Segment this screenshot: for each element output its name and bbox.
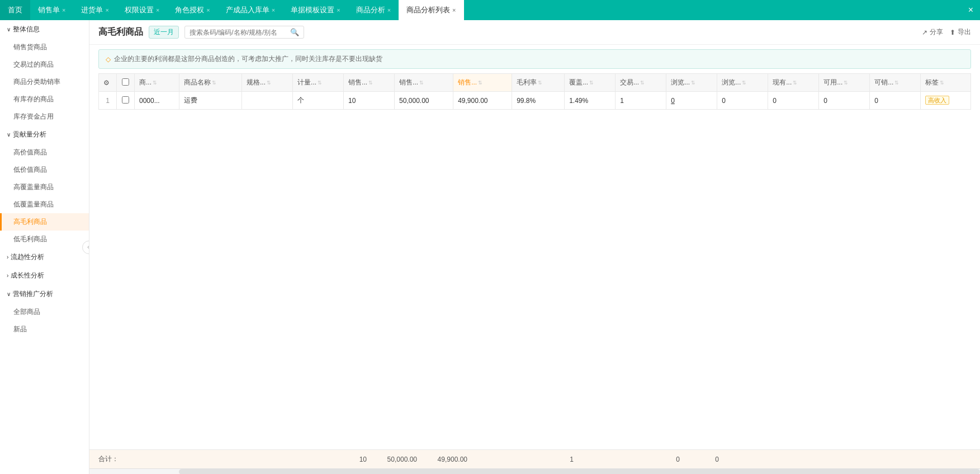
nav-product-analysis-list-close[interactable]: × (452, 7, 456, 13)
select-all-checkbox[interactable] (122, 78, 129, 86)
nav-roles-close[interactable]: × (206, 7, 210, 13)
tag-badge: 高收入 (925, 96, 949, 105)
sort-icon-name: ⇅ (212, 80, 216, 86)
col-sellable[interactable]: 可销... ⇅ (870, 74, 921, 92)
col-gross-rate[interactable]: 毛利率 ⇅ (512, 74, 565, 92)
nav-product-analysis[interactable]: 商品分析 × (348, 0, 399, 20)
sidebar-group-growth[interactable]: › 成长性分析 (0, 266, 89, 285)
col-sale2[interactable]: 销售... ⇅ (395, 74, 453, 92)
nav-product-analysis-close[interactable]: × (387, 7, 391, 13)
cell-tag: 高收入 (921, 92, 971, 110)
nav-sales[interactable]: 销售单 × (30, 0, 73, 20)
sidebar-group-flow[interactable]: › 流趋性分析 (0, 248, 89, 266)
sidebar-item-category-rate[interactable]: 商品分类助销率 (0, 73, 89, 91)
col-trade[interactable]: 交易... ⇅ (616, 74, 666, 92)
col-cover[interactable]: 覆盖... ⇅ (565, 74, 616, 92)
nav-permissions-close[interactable]: × (156, 7, 159, 13)
horizontal-scrollbar[interactable] (89, 468, 980, 474)
sidebar-group-overall[interactable]: ∨ 整体信息 (0, 20, 89, 39)
sidebar-group-contribution[interactable]: ∨ 贡献量分析 (0, 125, 89, 144)
cell-sale2: 50,000.00 (395, 92, 453, 110)
sidebar-item-sales-goods[interactable]: 销售货商品 (0, 39, 89, 56)
cell-sale1: 10 (344, 92, 395, 110)
page-title: 高毛利商品 (98, 26, 143, 38)
cell-cover: 1.49% (565, 92, 616, 110)
nav-finished-goods-close[interactable]: × (272, 7, 275, 13)
export-btn[interactable]: ⬆ 导出 (950, 27, 971, 37)
col-spec[interactable]: 规格... ⇅ (242, 74, 293, 92)
col-unit[interactable]: 计量... ⇅ (293, 74, 344, 92)
search-icon[interactable]: 🔍 (290, 28, 299, 36)
footer-sale1: 10 (333, 456, 367, 463)
nav-product-analysis-list[interactable]: 商品分析列表 × (399, 0, 463, 20)
col-browse1[interactable]: 浏览... ⇅ (666, 74, 717, 92)
col-checkbox[interactable] (117, 74, 135, 92)
arrow-icon-contribution: ∨ (7, 132, 11, 138)
col-code[interactable]: 商... ⇅ (135, 74, 179, 92)
filter-recent-month-btn[interactable]: 近一月 (149, 26, 179, 39)
col-browse2[interactable]: 浏览... ⇅ (717, 74, 768, 92)
cell-current: 0 (768, 92, 819, 110)
search-input[interactable] (190, 29, 290, 36)
scrollbar-thumb[interactable] (179, 469, 980, 474)
nav-purchase[interactable]: 进货单 × (73, 0, 116, 20)
info-text: 企业的主要的利润都是这部分商品创造的，可考虑加大推广，同时关注库存是不要出现缺货 (114, 54, 382, 64)
sort-icon-cover: ⇅ (589, 80, 594, 86)
cell-row-num: 1 (99, 92, 117, 110)
sort-icon-spec: ⇅ (267, 80, 271, 86)
cell-sellable: 0 (870, 92, 921, 110)
sidebar: « ∨ 整体信息 销售货商品 交易过的商品 商品分类助销率 有库存的商品 库存资… (0, 20, 89, 474)
cell-checkbox[interactable] (117, 92, 135, 110)
col-sale1[interactable]: 销售... ⇅ (344, 74, 395, 92)
sort-icon-code: ⇅ (153, 80, 157, 86)
sidebar-item-low-value[interactable]: 低价值商品 (0, 161, 89, 179)
sidebar-item-low-coverage[interactable]: 低覆盖量商品 (0, 196, 89, 213)
sidebar-item-stock-capital[interactable]: 库存资金占用 (0, 108, 89, 125)
sidebar-item-in-stock[interactable]: 有库存的商品 (0, 91, 89, 108)
sort-icon-trade: ⇅ (640, 80, 645, 86)
content-header: 高毛利商品 近一月 🔍 ↗ 分享 ⬆ 导出 (89, 20, 980, 45)
row-checkbox[interactable] (122, 96, 129, 104)
sidebar-group-marketing[interactable]: ∨ 营销推广分析 (0, 285, 89, 303)
nav-purchase-close[interactable]: × (105, 7, 108, 13)
sidebar-item-high-margin[interactable]: 高毛利商品 (0, 213, 89, 231)
sort-icon-tag: ⇅ (940, 80, 944, 86)
sidebar-item-all-goods[interactable]: 全部商品 (0, 303, 89, 321)
sort-icon-available: ⇅ (844, 80, 848, 86)
sidebar-item-high-coverage[interactable]: 高覆盖量商品 (0, 179, 89, 196)
nav-finished-goods[interactable]: 产成品入库单 × (218, 0, 283, 20)
cell-available: 0 (819, 92, 870, 110)
col-tag[interactable]: 标签 ⇅ (921, 74, 971, 92)
table-footer: 合计： 10 50,000.00 49,900.00 1 0 0 (89, 449, 980, 468)
nav-template[interactable]: 单据模板设置 × (283, 0, 348, 20)
footer-label: 合计： (98, 454, 119, 464)
footer-sale2: 50,000.00 (372, 456, 417, 463)
cell-name: 运费 (179, 92, 242, 110)
nav-sales-close[interactable]: × (62, 7, 65, 13)
share-icon: ↗ (922, 29, 927, 36)
arrow-icon-overall: ∨ (7, 26, 11, 32)
share-btn[interactable]: ↗ 分享 (922, 27, 943, 37)
sidebar-item-new-goods[interactable]: 新品 (0, 321, 89, 338)
col-settings[interactable]: ⚙ (99, 74, 117, 92)
top-navigation: 首页 销售单 × 进货单 × 权限设置 × 角色授权 × 产成品入库单 × 单据… (0, 0, 980, 20)
sort-icon-unit: ⇅ (318, 80, 322, 86)
sidebar-item-high-value[interactable]: 高价值商品 (0, 144, 89, 161)
col-available[interactable]: 可用... ⇅ (819, 74, 870, 92)
footer-trade: 1 (540, 456, 574, 463)
sidebar-item-traded-goods[interactable]: 交易过的商品 (0, 56, 89, 73)
nav-home[interactable]: 首页 (0, 0, 30, 20)
nav-roles[interactable]: 角色授权 × (167, 0, 217, 20)
close-all-tabs[interactable]: × (962, 5, 980, 15)
settings-icon: ⚙ (103, 79, 110, 87)
nav-template-close[interactable]: × (337, 7, 340, 13)
col-current[interactable]: 现有... ⇅ (768, 74, 819, 92)
col-name[interactable]: 商品名称 ⇅ (179, 74, 242, 92)
cell-code[interactable]: 0000... (135, 92, 179, 110)
sort-icon-sale2: ⇅ (419, 80, 424, 86)
nav-permissions[interactable]: 权限设置 × (117, 0, 167, 20)
cell-browse1[interactable]: 0 (666, 92, 717, 110)
info-banner: ◇ 企业的主要的利润都是这部分商品创造的，可考虑加大推广，同时关注库存是不要出现… (98, 49, 971, 69)
col-sale3[interactable]: 销售... ⇅ (453, 74, 512, 92)
sidebar-item-low-margin[interactable]: 低毛利商品 (0, 231, 89, 248)
